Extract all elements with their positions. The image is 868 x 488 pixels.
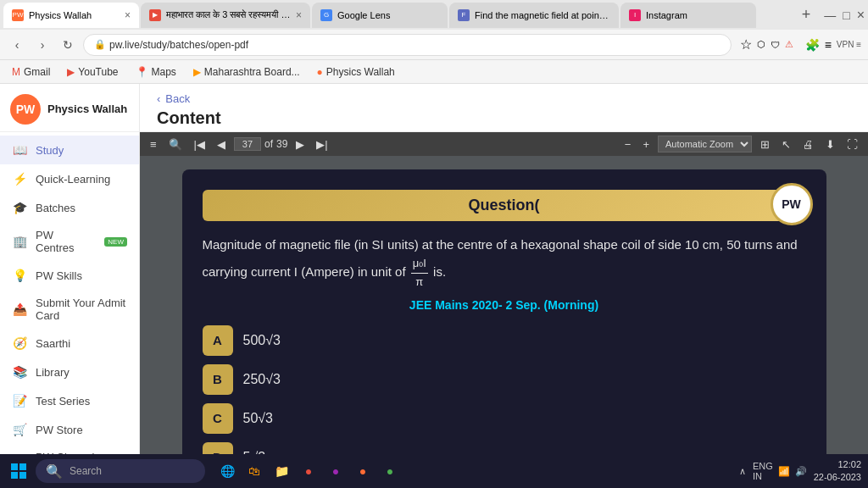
- taskbar-icon-purple[interactable]: ●: [326, 461, 346, 481]
- pw-store-icon: 🛒: [12, 422, 27, 437]
- tab-close-1[interactable]: ×: [125, 9, 131, 21]
- tab-magnetic-field[interactable]: F Find the magnetic field at point P dur…: [449, 3, 619, 28]
- bookmark-pw[interactable]: ● Physics Wallah: [312, 64, 400, 80]
- sidebar-item-pw-skills[interactable]: 💡 PW Skills: [0, 261, 139, 290]
- new-tab-btn[interactable]: +: [802, 6, 811, 24]
- bookmark-maps[interactable]: 📍 Maps: [131, 64, 181, 80]
- tab-bar: PW Physics Wallah × ▶ महाभारत काल के 3 स…: [0, 0, 868, 30]
- pdf-print[interactable]: 🖨: [799, 136, 817, 152]
- pdf-prev-page[interactable]: ◀: [214, 136, 229, 152]
- option-label-b: B: [203, 364, 233, 395]
- gmail-favicon: M: [12, 66, 20, 78]
- bookmark-gmail[interactable]: M Gmail: [7, 64, 55, 80]
- nav-reload-btn[interactable]: ↻: [58, 35, 78, 55]
- nav-forward-btn[interactable]: ›: [32, 35, 53, 55]
- pdf-first-page[interactable]: |◀: [191, 136, 209, 152]
- bookmark-label: Maharashtra Board...: [204, 66, 300, 78]
- question-text: Magnitude of magnetic file (in SI units)…: [203, 235, 806, 291]
- bookmark-star-icon[interactable]: ☆: [740, 36, 752, 53]
- pdf-content[interactable]: Question( PW Magnitude of magnetic file …: [140, 156, 868, 488]
- taskbar-clock[interactable]: 12:02 22-06-2023: [814, 458, 861, 485]
- page-number-input[interactable]: 37: [234, 137, 261, 151]
- bookmark-maharashtra[interactable]: ▶ Maharashtra Board...: [188, 64, 305, 80]
- screenshot-icon[interactable]: ⬡: [757, 39, 765, 50]
- sidebar-item-submit-admit[interactable]: 📤 Submit Your Admit Card: [0, 290, 139, 329]
- new-badge: NEW: [104, 237, 127, 247]
- taskbar-icon-red1[interactable]: ●: [298, 461, 319, 481]
- maximize-btn[interactable]: □: [843, 8, 849, 22]
- url-text: pw.live/study/batches/open-pdf: [109, 39, 248, 51]
- tab-instagram[interactable]: I Instagram: [620, 3, 756, 28]
- warning-icon[interactable]: ⚠: [785, 39, 793, 50]
- sidebar-item-quick-learning[interactable]: ⚡ Quick-Learning: [0, 164, 139, 193]
- sidebar-item-library[interactable]: 📚 Library: [0, 358, 139, 386]
- question-text-part2: is.: [433, 264, 446, 279]
- extensions-icon[interactable]: 🧩: [805, 38, 820, 52]
- menu-icon[interactable]: ≡: [825, 38, 832, 52]
- tab-physics-wallah[interactable]: PW Physics Wallah ×: [3, 3, 139, 28]
- taskbar-icon-orange[interactable]: ●: [353, 461, 373, 481]
- pdf-next-page[interactable]: ▶: [292, 136, 308, 152]
- start-button[interactable]: [7, 459, 31, 483]
- pdf-last-page[interactable]: ▶|: [313, 136, 331, 152]
- option-b: B 250√3: [203, 364, 806, 395]
- option-label-c: C: [203, 403, 233, 434]
- clock-date: 22-06-2023: [814, 471, 861, 484]
- sidebar-item-study[interactable]: 📖 Study: [0, 136, 139, 164]
- taskbar-icon-green[interactable]: ●: [380, 461, 400, 481]
- test-series-icon: 📝: [12, 393, 27, 408]
- tab-actions: + — □ ×: [802, 6, 865, 24]
- close-btn[interactable]: ×: [857, 8, 865, 23]
- taskbar-icon-browser[interactable]: 🌐: [217, 461, 237, 481]
- pdf-cursor-tool[interactable]: ↖: [778, 136, 794, 152]
- back-button[interactable]: ‹ Back: [157, 92, 851, 105]
- windows-logo: [10, 463, 27, 480]
- nav-back-btn[interactable]: ‹: [7, 35, 27, 55]
- clock-time: 12:02: [814, 458, 861, 471]
- pdf-fullscreen[interactable]: ⛶: [843, 136, 861, 152]
- sidebar-item-test-series[interactable]: 📝 Test Series: [0, 386, 139, 415]
- security-icon[interactable]: 🛡: [771, 40, 780, 50]
- zoom-select[interactable]: Automatic Zoom 50% 75% 100% 125%: [658, 136, 752, 152]
- taskbar-icon-store[interactable]: 🛍: [244, 461, 264, 481]
- sidebar-item-batches[interactable]: 🎓 Batches: [0, 193, 139, 222]
- taskbar-icon-files[interactable]: 📁: [271, 461, 292, 481]
- address-bar: ‹ › ↻ 🔒 pw.live/study/batches/open-pdf ☆…: [0, 30, 868, 60]
- back-arrow-icon: ‹: [157, 92, 160, 105]
- minimize-btn[interactable]: —: [824, 8, 836, 22]
- youtube-favicon: ▶: [67, 66, 75, 78]
- taskbar-search-icon: 🔍: [46, 463, 63, 480]
- browser-chrome: PW Physics Wallah × ▶ महाभारत काल के 3 स…: [0, 0, 868, 84]
- page-total: 39: [276, 138, 287, 150]
- sidebar-item-pw-centres[interactable]: 🏢 PW Centres NEW: [0, 222, 139, 261]
- bookmarks-bar: M Gmail ▶ YouTube 📍 Maps ▶ Maharashtra B…: [0, 60, 868, 84]
- pdf-download[interactable]: ⬇: [822, 136, 838, 152]
- tab-favicon-2: ▶: [149, 9, 161, 21]
- tab-favicon-5: I: [629, 9, 641, 21]
- pdf-search-btn[interactable]: 🔍: [165, 136, 186, 152]
- bookmark-youtube[interactable]: ▶ YouTube: [62, 64, 123, 80]
- pdf-zoom-out[interactable]: −: [621, 136, 635, 152]
- taskbar-search-bar[interactable]: 🔍 Search: [36, 459, 205, 483]
- url-bar[interactable]: 🔒 pw.live/study/batches/open-pdf: [83, 34, 732, 56]
- pdf-grid-view[interactable]: ⊞: [757, 136, 773, 152]
- tab-close-2[interactable]: ×: [296, 9, 302, 21]
- maharashtra-favicon: ▶: [193, 66, 201, 78]
- pdf-zoom-in[interactable]: +: [639, 136, 653, 152]
- svg-rect-1: [19, 463, 26, 470]
- sidebar-item-pw-store[interactable]: 🛒 PW Store: [0, 415, 139, 444]
- pw-centres-label: PW Centres: [36, 229, 94, 254]
- sidebar-item-saarthi[interactable]: 🧭 Saarthi: [0, 329, 139, 358]
- math-fraction: μ₀I π: [411, 255, 428, 291]
- question-text-part1: Magnitude of magnetic file (in SI units)…: [203, 237, 798, 279]
- pdf-sidebar-toggle[interactable]: ≡: [147, 136, 160, 152]
- taskbar-chevron-icon[interactable]: ∧: [739, 466, 746, 477]
- pw-store-label: PW Store: [36, 424, 83, 436]
- question-header-text: Question(: [469, 197, 540, 214]
- wifi-icon[interactable]: 📶: [778, 466, 790, 477]
- volume-icon[interactable]: 🔊: [795, 466, 807, 477]
- saarthi-icon: 🧭: [12, 336, 27, 351]
- tab-google-lens[interactable]: G Google Lens: [312, 3, 448, 28]
- tab-mahabharata[interactable]: ▶ महाभारत काल के 3 सबसे रहस्यमयी जगहें ×: [141, 3, 310, 28]
- option-c: C 50√3: [203, 403, 806, 434]
